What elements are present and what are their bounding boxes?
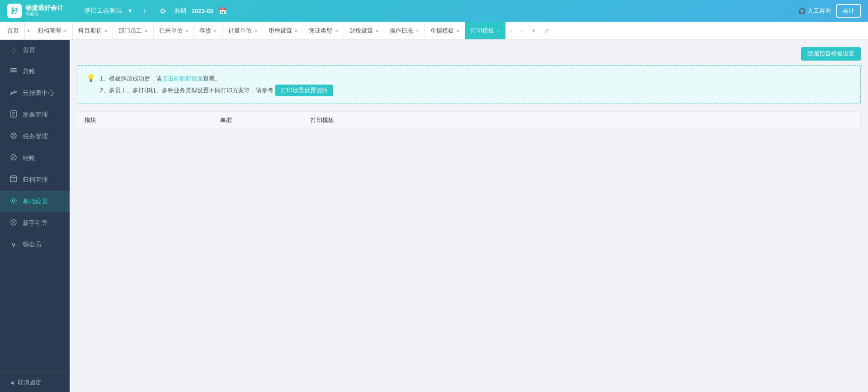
tab-inventory-close[interactable]: × (214, 28, 217, 33)
sidebar-item-member-label: 畅会员 (23, 241, 42, 249)
svg-point-14 (13, 200, 15, 202)
tab-doc-template-close[interactable]: × (457, 28, 459, 33)
tab-expand[interactable]: ⤢ (540, 22, 553, 39)
tab-subject-close[interactable]: × (104, 28, 107, 33)
tab-contacts-close[interactable]: × (185, 28, 188, 33)
svg-point-16 (13, 222, 14, 223)
pin-icon: ◄ (9, 379, 15, 386)
tax-icon (9, 132, 18, 141)
sidebar-item-reports-label: 云报表中心 (23, 89, 54, 97)
tab-close-all[interactable]: × (528, 22, 540, 39)
info-line1-pre: 1、模板添加成功后，请 (100, 75, 162, 82)
tab-scroll-right[interactable]: › (517, 22, 528, 39)
sidebar-item-reports[interactable]: 云报表中心 (0, 82, 70, 104)
sidebar-item-archive[interactable]: 归档管理 (0, 169, 70, 191)
logo-sub: 旗舰版 (25, 11, 63, 18)
table-col-module: 模块 (77, 112, 213, 129)
print-explain-button[interactable]: 打印场景设置说明 (275, 85, 333, 96)
kuaiji-button[interactable]: 会计 (836, 4, 861, 18)
tab-prev-icon[interactable]: ‹ (25, 22, 32, 39)
tab-currency-label: 币种设置 (269, 27, 292, 35)
tab-log-label: 操作日志 (390, 27, 413, 35)
tab-doc-template[interactable]: 单据模板 × (425, 22, 465, 39)
tab-archive-close[interactable]: × (64, 28, 66, 33)
svg-point-9 (12, 134, 13, 135)
hide-preview-button[interactable]: 隐藏预置模板设置 (801, 47, 861, 61)
svg-rect-1 (10, 70, 17, 71)
sidebar-item-guide[interactable]: 新手引导 (0, 213, 70, 234)
sidebar-item-settings-label: 基础设置 (23, 198, 48, 206)
tab-home[interactable]: 首页 (2, 22, 25, 39)
tab-dept-close[interactable]: × (145, 28, 147, 33)
header-middle: 基层工会测试 ▼ ＋ ⚙ 账期 2023-03 📅 (77, 5, 798, 17)
sidebar-item-invoice[interactable]: 发票管理 (0, 104, 70, 126)
sidebar-item-settings[interactable]: 基础设置 (0, 191, 70, 213)
tab-print-template[interactable]: 打印模板 × (465, 22, 505, 39)
tab-unit[interactable]: 计量单位 × (223, 22, 263, 39)
info-line1-post: 查看。 (203, 75, 221, 82)
support-button[interactable]: 🎧 人工咨询 (798, 7, 831, 15)
invoice-icon (9, 110, 18, 119)
sidebar-item-member[interactable]: V 畅会员 (0, 234, 70, 255)
settings-icon (9, 197, 18, 206)
company-dropdown-icon[interactable]: ▼ (127, 8, 133, 14)
logo-area: 好 畅捷通好会计 旗舰版 (7, 4, 77, 18)
tab-voucher-type[interactable]: 凭证类型 × (303, 22, 344, 39)
tab-contacts[interactable]: 往来单位 × (154, 22, 194, 39)
tab-tax-label: 财税设置 (349, 27, 373, 35)
info-box: 💡 1、模板添加成功后，请点击刷新新页面查看。 2、多员工、多打印机、多种业务类… (77, 65, 861, 104)
content-area: 隐藏预置模板设置 💡 1、模板添加成功后，请点击刷新新页面查看。 2、多员工、多… (70, 40, 868, 392)
svg-point-10 (14, 137, 15, 137)
pin-label: 取消固定 (18, 378, 41, 387)
tab-scroll-left[interactable]: ‹ (506, 22, 517, 39)
main-layout: ⌂ 首页 总账 云报表中心 发票管理 税务管理 (0, 40, 868, 392)
settlement-icon (9, 154, 18, 163)
tab-inventory[interactable]: 存货 × (194, 22, 222, 39)
header-right: 🎧 人工咨询 会计 (798, 4, 861, 18)
tab-tax-close[interactable]: × (376, 28, 378, 33)
reports-icon (9, 89, 18, 98)
logo-icon: 好 (7, 4, 22, 18)
tab-subject-label: 科目期初 (78, 27, 102, 35)
svg-rect-0 (10, 68, 17, 69)
tab-archive[interactable]: 归档管理 × (32, 22, 72, 39)
tab-subject[interactable]: 科目期初 × (73, 22, 113, 39)
tab-print-template-label: 打印模板 (471, 27, 494, 35)
ledger-icon (9, 67, 18, 76)
sidebar-item-ledger[interactable]: 总账 (0, 61, 70, 82)
sidebar-item-settlement[interactable]: 结账 (0, 147, 70, 169)
sidebar-pin-toggle[interactable]: ◄ 取消固定 (0, 373, 70, 392)
info-line2: 2、多员工、多打印机、多种业务类型设置不同打印方案等，请参考 打印场景设置说明 (100, 85, 333, 96)
member-icon: V (9, 241, 18, 248)
add-tab-icon[interactable]: ＋ (138, 5, 151, 17)
tab-unit-close[interactable]: × (255, 28, 257, 33)
tab-tax[interactable]: 财税设置 × (344, 22, 384, 39)
sidebar-item-home-label: 首页 (23, 46, 35, 54)
headphone-icon: 🎧 (798, 8, 806, 14)
tab-dept[interactable]: 部门员工 × (113, 22, 153, 39)
tab-print-template-close[interactable]: × (497, 28, 500, 33)
tab-unit-label: 计量单位 (228, 27, 252, 35)
sidebar-item-ledger-label: 总账 (23, 67, 35, 76)
tab-voucher-type-label: 凭证类型 (309, 27, 332, 35)
tab-contacts-label: 往来单位 (159, 27, 183, 35)
sidebar: ⌂ 首页 总账 云报表中心 发票管理 税务管理 (0, 40, 70, 392)
info-line2-pre: 2、多员工、多打印机、多种业务类型设置不同打印方案等，请参考 (100, 87, 274, 94)
tab-voucher-type-close[interactable]: × (335, 28, 338, 33)
info-refresh-link[interactable]: 点击刷新新页面 (162, 75, 203, 82)
company-name: 基层工会测试 (84, 7, 122, 15)
calendar-icon[interactable]: 📅 (219, 7, 226, 14)
settings-icon[interactable]: ⚙ (156, 5, 169, 17)
tab-currency[interactable]: 币种设置 × (263, 22, 303, 39)
sidebar-item-home[interactable]: ⌂ 首页 (0, 40, 70, 61)
sidebar-item-settlement-label: 结账 (23, 154, 35, 162)
tab-log[interactable]: 操作日志 × (384, 22, 425, 39)
tab-currency-close[interactable]: × (295, 28, 297, 33)
home-icon: ⌂ (9, 46, 18, 54)
sidebar-item-tax[interactable]: 税务管理 (0, 126, 70, 147)
tab-log-close[interactable]: × (416, 28, 419, 33)
period-value: 2023-03 (192, 8, 213, 14)
table-col-doc: 单据 (213, 112, 303, 129)
info-line1: 1、模板添加成功后，请点击刷新新页面查看。 (100, 73, 333, 85)
sidebar-item-archive-label: 归档管理 (23, 176, 48, 184)
